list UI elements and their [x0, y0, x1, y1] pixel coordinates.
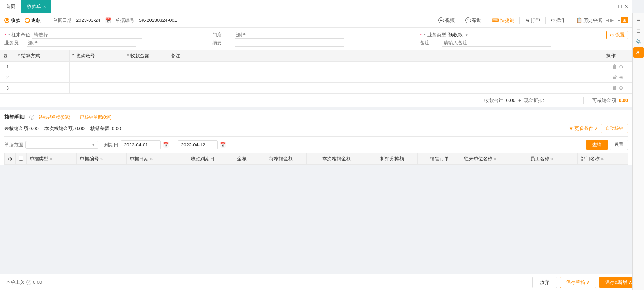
row-3-account[interactable]: [70, 83, 124, 93]
maximize-button[interactable]: □: [618, 3, 622, 10]
store-ellipsis[interactable]: ···: [346, 32, 351, 38]
divider6: [571, 17, 571, 24]
video-btn[interactable]: ▶ 视频: [438, 17, 455, 24]
nav-left-icon[interactable]: ◀: [606, 17, 609, 23]
sort-partner-icon[interactable]: ⇅: [494, 157, 496, 161]
settings-button[interactable]: ⚙ 设置: [606, 31, 628, 39]
query-button[interactable]: 查询: [586, 140, 608, 150]
col-checkbox-header[interactable]: [16, 153, 27, 165]
tab-close-icon[interactable]: ×: [43, 0, 46, 13]
partner-ellipsis[interactable]: ···: [144, 32, 149, 38]
shortcut-btn[interactable]: ⌨ 快捷键: [492, 17, 514, 24]
staff-ellipsis[interactable]: ···: [138, 40, 143, 46]
table-row: 3 🗑 ⊕: [0, 83, 632, 93]
select-all-checkbox[interactable]: [19, 156, 23, 161]
sort-number-icon[interactable]: ⇅: [100, 157, 103, 161]
partner-input[interactable]: [32, 31, 142, 39]
verify-section: 核销明细 ? 待核销单据(0笔) | 已核销单据(0笔) 未核销金额 0.00 …: [0, 110, 632, 165]
history-btn[interactable]: 📋 历史单据: [576, 17, 602, 24]
col-staff-header: 员工名称 ⇅: [527, 153, 578, 165]
row-2-note[interactable]: [168, 72, 603, 83]
sort-date-icon[interactable]: ⇅: [150, 157, 153, 161]
col-actions-header: 操作: [603, 50, 632, 62]
row-3-copy-icon[interactable]: ⊕: [619, 85, 623, 91]
abandon-button[interactable]: 放弃: [532, 277, 557, 288]
row-1-account[interactable]: [70, 62, 124, 72]
row-3-note[interactable]: [168, 83, 603, 93]
range-dropdown-icon: ▼: [91, 143, 95, 147]
col-amount-bottom-header: 金额: [228, 153, 255, 165]
auto-verify-button[interactable]: 自动核销: [601, 124, 628, 133]
note-label: 备注: [420, 40, 440, 46]
row-3-delete-icon[interactable]: 🗑: [612, 85, 617, 91]
row-2-settlement[interactable]: [15, 72, 70, 83]
tab-bar: 首页 收款单 × — □ ×: [0, 0, 632, 13]
note-input[interactable]: [442, 39, 551, 47]
sidebar-table-icon[interactable]: ≡: [633, 15, 644, 25]
tab-current[interactable]: 收款单 ×: [21, 0, 51, 13]
close-button[interactable]: ×: [625, 3, 628, 10]
sidebar-attachment-icon[interactable]: 📎: [633, 36, 644, 47]
col-settings-header[interactable]: ⚙: [0, 50, 15, 62]
row-2-account[interactable]: [70, 72, 124, 83]
operation-btn[interactable]: ⚙ 操作: [551, 17, 566, 24]
row-1-delete-icon[interactable]: 🗑: [612, 64, 617, 70]
row-2-delete-icon[interactable]: 🗑: [612, 74, 617, 80]
date-end-input[interactable]: [178, 140, 218, 149]
sidebar-window-icon[interactable]: ◻: [633, 26, 644, 36]
col-settings-bottom[interactable]: ⚙: [5, 153, 16, 165]
minimize-button[interactable]: —: [609, 3, 615, 10]
shortcut-icon: ⌨: [492, 17, 499, 23]
help-btn[interactable]: ? 帮助: [465, 17, 482, 24]
store-input[interactable]: [235, 31, 344, 39]
verify-header: 核销明细 ? 待核销单据(0笔) | 已核销单据(0笔): [4, 114, 628, 121]
radio-tuikuan[interactable]: 退款: [25, 17, 41, 24]
biz-type-dropdown-icon[interactable]: ▼: [465, 33, 468, 37]
sort-staff-icon[interactable]: ⇅: [550, 157, 553, 161]
row-2-copy-icon[interactable]: ⊕: [619, 74, 623, 80]
col-amount-header: * 收款金额: [124, 50, 168, 62]
radio-shoukuan[interactable]: 收款: [4, 17, 20, 24]
row-1-actions: 🗑 ⊕: [603, 62, 632, 72]
col-discount-header: 折扣分摊额: [366, 153, 418, 165]
partner-label: * * 往来单位: [4, 32, 30, 38]
sort-type-icon[interactable]: ⇅: [50, 157, 52, 161]
discount-input[interactable]: [547, 97, 584, 104]
tab-home[interactable]: 首页: [0, 0, 21, 13]
filter-settings-button[interactable]: 设置: [610, 140, 628, 150]
calendar-start-icon[interactable]: 📅: [163, 142, 169, 148]
row-1-amount[interactable]: [124, 62, 168, 72]
verify-info-icon[interactable]: ?: [29, 115, 34, 120]
uncancelled-stat: 未核销金额 0.00: [4, 125, 39, 132]
sidebar-ai-icon[interactable]: Ai: [633, 47, 644, 58]
range-select[interactable]: ▼: [25, 141, 98, 149]
settings-icon: ⚙: [610, 32, 614, 38]
date-start-input[interactable]: [121, 140, 161, 149]
print-btn[interactable]: 🖨 打印: [525, 17, 540, 24]
row-1-copy-icon[interactable]: ⊕: [619, 64, 623, 70]
col-order-header: 销售订单: [418, 153, 461, 165]
grid-view-icon[interactable]: ⊞: [621, 17, 628, 23]
tab-pending[interactable]: 待核销单据(0笔): [39, 114, 70, 121]
nav-right-icon[interactable]: ▶: [610, 17, 614, 23]
row-3-amount[interactable]: [124, 83, 168, 93]
date-icon[interactable]: 📅: [105, 17, 111, 23]
staff-input[interactable]: [27, 39, 136, 47]
calendar-end-icon[interactable]: 📅: [220, 142, 226, 148]
range-field: 单据范围 ▼: [4, 141, 98, 149]
list-view-icon[interactable]: ≡: [617, 17, 620, 23]
summary-input[interactable]: [235, 39, 344, 47]
save-draft-button[interactable]: 保存草稿 ∧: [560, 277, 596, 288]
row-1-note[interactable]: [168, 62, 603, 72]
sort-store-icon[interactable]: ⇅: [601, 157, 604, 161]
col-store-bottom-header: 部门名称 ⇅: [578, 153, 628, 165]
row-3-settlement[interactable]: [15, 83, 70, 93]
partner-field: * * 往来单位 ···: [4, 31, 212, 39]
more-conditions-btn[interactable]: ▼ 更多条件 ∧: [569, 125, 598, 132]
note-field: 备注: [420, 39, 628, 47]
tab-done[interactable]: 已核销单据(0笔): [80, 114, 112, 121]
row-2-amount[interactable]: [124, 72, 168, 83]
row-1-settlement[interactable]: [15, 62, 70, 72]
info-icon[interactable]: ?: [26, 280, 31, 285]
col-note-header: 备注: [168, 50, 603, 62]
